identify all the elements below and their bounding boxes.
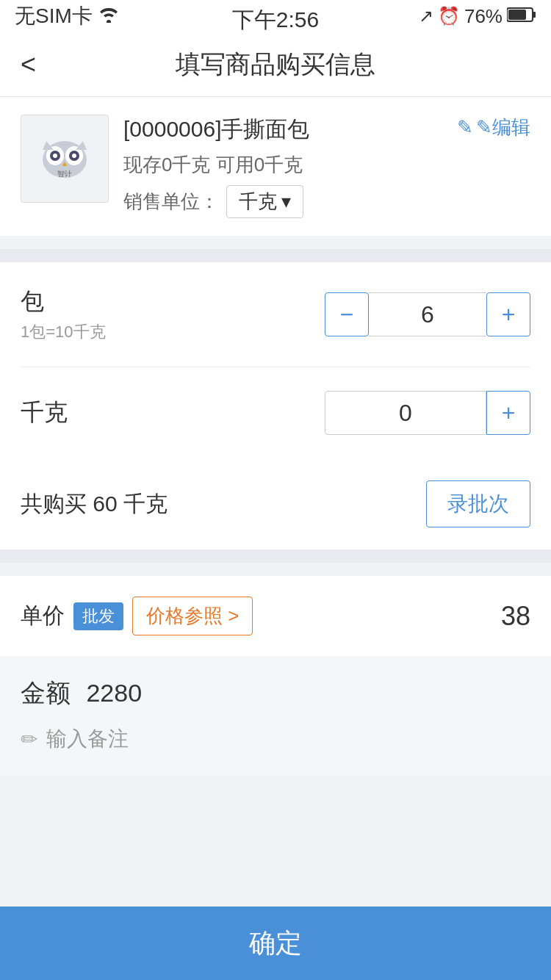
price-section: 单价 批发 价格参照 > 38 (0, 576, 551, 656)
total-text: 共购买 60 千克 (21, 489, 168, 519)
status-time: 下午2:56 (232, 5, 319, 35)
product-logo-icon: 智计 (39, 134, 90, 184)
product-stock: 现存0千克 可用0千克 (123, 152, 530, 178)
kg-row: 千克 + (21, 367, 530, 458)
product-name: [0000006]手撕面包 (123, 115, 457, 145)
wifi-icon (98, 4, 119, 28)
status-carrier: 无SIM卡 (15, 2, 119, 30)
svg-rect-2 (508, 10, 526, 20)
note-placeholder: 输入备注 (46, 725, 129, 753)
unit-selector[interactable]: 千克 ▾ (226, 185, 303, 218)
price-label: 单价 批发 价格参照 > (21, 597, 253, 635)
pencil-icon: ✏ (21, 727, 37, 752)
bao-minus-button[interactable]: − (325, 292, 369, 336)
confirm-text: 确定 (249, 926, 302, 962)
alarm-icon: ⏰ (438, 6, 460, 26)
svg-text:智计: 智计 (57, 170, 72, 178)
svg-point-9 (72, 154, 76, 158)
price-value: 38 (501, 601, 530, 632)
confirm-bar[interactable]: 确定 (0, 907, 551, 980)
unit-label: 销售单位： (123, 189, 219, 215)
carrier-text: 无SIM卡 (15, 2, 93, 30)
bao-stepper: − + (325, 292, 530, 336)
bao-input[interactable] (369, 292, 486, 336)
edit-icon: ✎ (457, 116, 473, 139)
kg-input[interactable] (325, 391, 486, 435)
bao-row: 包 1包=10千克 − + (21, 262, 530, 367)
note-row[interactable]: ✏ 输入备注 (21, 725, 530, 775)
total-section: 共购买 60 千克 录批次 (0, 458, 551, 550)
amount-section: 金额 2280 ✏ 输入备注 (0, 656, 551, 775)
price-type-tag: 批发 (73, 602, 123, 630)
divider-1 (0, 249, 551, 262)
kg-plus-button[interactable]: + (486, 391, 530, 435)
status-bar: 无SIM卡 下午2:56 ↗ ⏰ 76% (0, 0, 551, 32)
batch-button[interactable]: 录批次 (426, 480, 530, 527)
product-section: 智计 [0000006]手撕面包 ✎ ✎编辑 现存0千克 可用0千克 销售单位：… (0, 97, 551, 236)
input-section: 包 1包=10千克 − + 千克 + (0, 262, 551, 458)
svg-point-8 (53, 154, 57, 158)
divider-2 (0, 550, 551, 563)
kg-stepper: + (325, 391, 530, 435)
nav-bar: < 填写商品购买信息 (0, 32, 551, 97)
svg-rect-1 (533, 12, 536, 18)
amount-row: 金额 2280 (21, 677, 530, 725)
nav-title: 填写商品购买信息 (176, 48, 375, 82)
battery-icon (507, 5, 536, 28)
location-icon: ↗ (419, 6, 433, 26)
edit-button[interactable]: ✎ ✎编辑 (457, 115, 530, 140)
product-thumbnail: 智计 (21, 115, 109, 203)
battery-text: 76% (464, 5, 503, 28)
product-unit-row: 销售单位： 千克 ▾ (123, 185, 530, 218)
kg-label: 千克 (21, 397, 68, 429)
status-right: ↗ ⏰ 76% (419, 5, 536, 28)
bao-label: 包 1包=10千克 (21, 286, 106, 343)
bao-plus-button[interactable]: + (486, 292, 530, 336)
back-button[interactable]: < (21, 49, 36, 80)
price-ref-button[interactable]: 价格参照 > (132, 597, 253, 635)
dropdown-icon: ▾ (281, 190, 291, 213)
product-info: [0000006]手撕面包 ✎ ✎编辑 现存0千克 可用0千克 销售单位： 千克… (123, 115, 530, 218)
